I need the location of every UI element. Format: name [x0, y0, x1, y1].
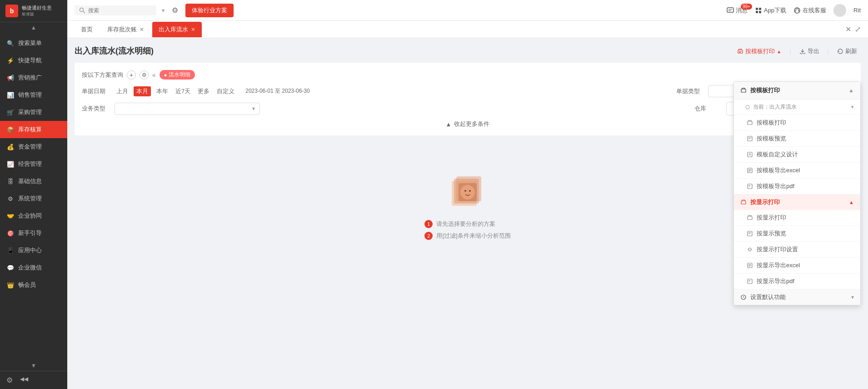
sidebar-item-sales[interactable]: 📊 销售管理: [0, 86, 67, 104]
sidebar-item-quicknav[interactable]: ⚡ 快捷导航: [0, 52, 67, 69]
dropdown-item-display-preview[interactable]: 按显示预览: [734, 226, 860, 242]
sidebar-item-marketing[interactable]: 📢 营销推广: [0, 69, 67, 86]
dropdown-display-section-header[interactable]: 按显示打印 ▲: [734, 194, 860, 210]
sidebar-item-basic-info[interactable]: 🗄 基础信息: [0, 173, 67, 190]
sidebar-nav: 🔍 搜索菜单 ⚡ 快捷导航 📢 营销推广 📊 销售管理 🛒 采购管理 📦 库存核…: [0, 33, 67, 360]
topbar-service[interactable]: 在线客服: [793, 6, 826, 15]
business-type-select[interactable]: ▾: [115, 103, 260, 115]
tab-close-all-icon[interactable]: ✕: [845, 25, 851, 34]
step-2-number: 2: [424, 232, 433, 240]
tab-batch-account[interactable]: 库存批次账 ✕: [101, 22, 150, 37]
tab-home[interactable]: 首页: [75, 22, 99, 37]
sidebar-item-finance[interactable]: 💰 资金管理: [0, 138, 67, 155]
sidebar-item-wechat[interactable]: 💬 企业微信: [0, 259, 67, 276]
tab-flow-close-icon[interactable]: ✕: [191, 26, 195, 33]
sidebar-settings-icon[interactable]: ⚙: [6, 376, 13, 384]
sidebar-item-label: 应用中心: [18, 246, 42, 254]
finance-icon: 💰: [6, 143, 15, 151]
dropdown-item-template-pdf[interactable]: 按模板导出pdf: [734, 179, 860, 194]
step-1-number: 1: [424, 220, 433, 228]
template-print-button[interactable]: 按模板打印 ▲: [733, 45, 785, 57]
topbar-search-input[interactable]: [88, 7, 143, 14]
dropdown-title: 按模板打印: [740, 86, 780, 95]
tab-batch-close-icon[interactable]: ✕: [140, 26, 144, 33]
sidebar-item-app-center[interactable]: 📱 应用中心: [0, 242, 67, 259]
sidebar-scroll-up[interactable]: ▲: [0, 22, 67, 33]
sidebar-item-system[interactable]: ⚙ 系统管理: [0, 190, 67, 207]
basic-info-icon: 🗄: [6, 177, 15, 185]
date-shortcut-7days[interactable]: 近7天: [174, 86, 192, 96]
tab-fullscreen-icon[interactable]: ⤢: [855, 25, 861, 34]
sidebar-item-inventory[interactable]: 📦 库存核算: [0, 121, 67, 138]
sidebar-item-guide[interactable]: 🎯 新手引导: [0, 224, 67, 242]
service-icon: [793, 7, 801, 14]
filter-add-button[interactable]: +: [127, 70, 136, 80]
dropdown-footer-default[interactable]: 设置默认功能 ▾: [734, 289, 860, 305]
topbar-message[interactable]: 消息 99+: [727, 6, 748, 15]
print-icon: [747, 120, 753, 126]
date-shortcut-this-year[interactable]: 本年: [155, 86, 170, 96]
sidebar-item-enterprise[interactable]: 🤝 企业协同: [0, 207, 67, 224]
svg-rect-2: [727, 8, 733, 12]
svg-rect-9: [798, 10, 799, 11]
trial-button[interactable]: 体验行业方案: [185, 4, 234, 17]
empty-steps-list: 1 请先选择要分析的方案 2 用[过滤]条件来缩小分析范围: [424, 220, 510, 240]
filter-active-tag[interactable]: ● 流水明细: [160, 70, 195, 80]
sidebar-item-search[interactable]: 🔍 搜索菜单: [0, 35, 67, 52]
operations-icon: 📈: [6, 160, 15, 168]
refresh-button[interactable]: 刷新: [833, 45, 861, 57]
filter-header: 按以下方案查询 + ⚙ « ● 流水明细: [82, 70, 853, 80]
filter-header-label: 按以下方案查询: [82, 71, 123, 79]
dropdown-item-template-print[interactable]: 按模板打印: [734, 115, 860, 131]
refresh-icon: [837, 48, 843, 55]
purchase-icon: 🛒: [6, 108, 15, 116]
display-pdf-icon: [747, 278, 753, 284]
sidebar-item-purchase[interactable]: 🛒 采购管理: [0, 104, 67, 121]
filter-collapse-icon[interactable]: «: [152, 71, 156, 79]
svg-point-0: [80, 8, 84, 11]
export-button[interactable]: 导出: [796, 45, 823, 57]
export-icon: [799, 48, 806, 55]
tab-flow[interactable]: 出入库流水 ✕: [152, 22, 202, 37]
date-shortcut-this-month[interactable]: 本月: [134, 86, 151, 96]
dropdown-item-display-print-settings[interactable]: 按显示打印设置: [734, 242, 860, 258]
date-shortcut-more[interactable]: 更多: [196, 86, 211, 96]
dropdown-item-display-excel[interactable]: 按显示导出excel: [734, 258, 860, 274]
filter-settings-button[interactable]: ⚙: [140, 70, 149, 80]
date-shortcut-last-month[interactable]: 上月: [115, 86, 130, 96]
message-badge: 99+: [741, 4, 752, 10]
enterprise-icon: 🤝: [6, 212, 15, 220]
svg-rect-4: [759, 8, 761, 10]
sidebar-item-vip[interactable]: 👑 畅会员: [0, 276, 67, 294]
current-indicator-icon: [745, 105, 750, 110]
topbar-app-download[interactable]: App下载: [755, 6, 786, 15]
sidebar-collapse-icon[interactable]: ◀◀: [20, 376, 28, 384]
topbar-dropdown-chevron[interactable]: ▾: [162, 7, 165, 14]
dropdown-item-template-preview[interactable]: 按模板预览: [734, 131, 860, 147]
message-icon: [727, 7, 734, 14]
excel-icon: [747, 167, 753, 174]
warehouse-label: 仓库: [694, 105, 722, 113]
topbar-search-box[interactable]: [75, 5, 156, 15]
display-excel-icon: [747, 262, 753, 269]
dropdown-item-template-design[interactable]: 模板自定义设计: [734, 147, 860, 163]
sidebar-scroll-down[interactable]: ▼: [0, 360, 67, 371]
svg-rect-5: [756, 11, 758, 13]
dropdown-header-chevron[interactable]: ▲: [848, 87, 854, 94]
svg-rect-22: [748, 121, 752, 125]
preview-icon: [747, 135, 753, 142]
sidebar-item-label: 销售管理: [18, 91, 42, 99]
app-logo-icon: b: [5, 5, 18, 17]
date-shortcuts: 上月 本月 本年 近7天 更多 自定义: [115, 86, 236, 96]
date-shortcut-custom[interactable]: 自定义: [215, 86, 236, 96]
topbar-gear-icon[interactable]: ⚙: [172, 6, 178, 15]
svg-rect-11: [739, 51, 742, 52]
dropdown-item-template-excel[interactable]: 按模板导出excel: [734, 163, 860, 179]
date-range-display: 2023-06-01 至 2023-06-30: [245, 87, 309, 95]
dropdown-item-display-print[interactable]: 按显示打印: [734, 210, 860, 226]
sidebar-item-operations[interactable]: 📈 经营管理: [0, 155, 67, 173]
dropdown-item-display-pdf[interactable]: 按显示导出pdf: [734, 274, 860, 289]
sidebar-item-label: 畅会员: [18, 281, 36, 289]
sidebar-item-label: 新手引导: [18, 229, 42, 237]
svg-point-17: [460, 185, 475, 199]
